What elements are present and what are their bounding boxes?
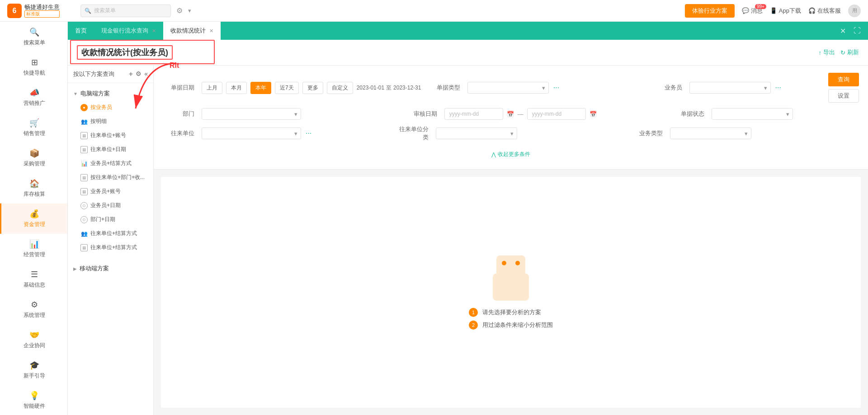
app-icon: 📱 (770, 7, 777, 14)
scheme-group-pc-title[interactable]: ▼ 电脑端方案 (68, 87, 153, 100)
trial-button[interactable]: 体验行业方案 (685, 4, 735, 18)
robot-head (496, 255, 525, 277)
scheme-item-dept-date[interactable]: ⊙ 部门+日期 (68, 212, 153, 226)
online-service-button[interactable]: 🎧 在线客服 (808, 7, 841, 15)
tab-close-bank[interactable]: ✕ (152, 28, 156, 34)
sidebar-item-finance[interactable]: 💰 资金管理 (0, 203, 67, 234)
salesman-select[interactable] (689, 82, 771, 94)
biz-type-select[interactable] (670, 127, 751, 139)
partner-more[interactable]: ··· (306, 129, 311, 137)
sidebar-item-system[interactable]: ⚙ 系统管理 (0, 294, 67, 325)
scheme-item-salesman-account[interactable]: ▦ 业务员+账号 (68, 184, 153, 198)
doc-status-select[interactable] (712, 108, 793, 120)
doc-type-more[interactable]: ··· (553, 84, 559, 92)
top-search[interactable]: 🔍 搜索菜单 (80, 5, 171, 17)
sidebar-item-inventory[interactable]: 🏠 库存核算 (0, 173, 67, 203)
sidebar-item-quicknav[interactable]: ⊞ 快捷导航 (0, 52, 67, 82)
scheme-item-salesman-date[interactable]: ⊙ 业务员+日期 (68, 198, 153, 212)
sidebar-item-hardware[interactable]: 💡 智能硬件 (0, 385, 67, 415)
sidebar-item-collaboration[interactable]: 🤝 企业协同 (0, 325, 67, 355)
scheme-collapse-icon[interactable]: « (144, 70, 148, 78)
app-download-label: App下载 (779, 7, 801, 15)
tab-home[interactable]: 首页 (68, 22, 94, 40)
query-button[interactable]: 查询 (828, 73, 859, 86)
scheme-icon-people: 👥 (80, 118, 88, 125)
audit-date-to[interactable] (527, 108, 586, 120)
tab-close-collection[interactable]: ✕ (209, 28, 213, 34)
calendar-icon-to[interactable]: 📅 (590, 111, 597, 118)
scheme-item-salesman-settle[interactable]: 📊 业务员+结算方式 (68, 156, 153, 170)
badge-tag: 标准版 (24, 10, 60, 18)
gear-icon[interactable]: ⚙ (176, 6, 183, 15)
sidebar-item-purchase[interactable]: 📦 采购管理 (0, 143, 67, 173)
doc-type-select[interactable] (467, 82, 549, 94)
date-btn-more[interactable]: 更多 (302, 82, 323, 94)
scheme-item-detail[interactable]: 👥 按明细 (68, 114, 153, 128)
tab-maximize[interactable]: ⛶ (852, 25, 863, 36)
purchase-icon: 📦 (29, 148, 39, 158)
scheme-item-partner-account[interactable]: ▦ 往来单位+账号 (68, 128, 153, 142)
date-btn-7days[interactable]: 近7天 (275, 82, 299, 94)
app-download-button[interactable]: 📱 App下载 (770, 7, 801, 15)
tab-bank-flow[interactable]: 现金银行流水查询 ✕ (94, 22, 163, 40)
user-avatar[interactable]: 用 (848, 5, 861, 17)
collaboration-icon: 🤝 (29, 330, 39, 340)
page-title: 收款情况统计(按业务员) (77, 45, 173, 60)
date-btn-last-month[interactable]: 上月 (202, 82, 222, 94)
sidebar-item-sales[interactable]: 🛒 销售管理 (0, 113, 67, 143)
biz-type-select-wrapper (670, 127, 751, 139)
sidebar-item-label: 企业协同 (24, 342, 45, 349)
filter-row-1: 单据日期 上月 本月 本年 近7天 更多 自定义 2023-01-01 (163, 73, 859, 103)
scheme-group-pc: ▼ 电脑端方案 ● 按业务员 👥 按明细 (68, 83, 153, 258)
tab-collection-stats[interactable]: 收款情况统计 ✕ (163, 22, 221, 40)
scheme-panel: 按以下方案查询 + ⚙ « ▼ 电脑端方案 (68, 66, 154, 415)
scheme-item-partner-settle2[interactable]: ▦ 往来单位+结算方式 (68, 241, 153, 255)
sidebar-item-search[interactable]: 🔍 搜索菜单 (0, 22, 67, 52)
sidebar-item-basic[interactable]: ☰ 基础信息 (0, 264, 67, 294)
doc-type-select-wrapper (467, 82, 549, 94)
step-num-1: 1 (469, 308, 478, 317)
dropdown-icon[interactable]: ▾ (188, 7, 191, 14)
top-bar: 6 畅捷通好生意 标准版 🔍 搜索菜单 ⚙ ▾ 体验行业方案 💬 消息 99+ … (0, 0, 868, 22)
salesman-more[interactable]: ··· (775, 84, 781, 92)
setting-button[interactable]: 设置 (828, 89, 859, 103)
logo-text: 畅捷通好生意 (24, 4, 60, 11)
tab-bar: 首页 现金银行流水查询 ✕ 收款情况统计 ✕ ✕ ⛶ (68, 22, 868, 40)
group-arrow-right: ▶ (73, 266, 77, 271)
sidebar-item-operations[interactable]: 📊 经营管理 (0, 234, 67, 264)
scheme-group-mobile-title[interactable]: ▶ 移动端方案 (68, 262, 153, 275)
hardware-icon: 💡 (29, 391, 39, 401)
scheme-item-partner-dept[interactable]: ▦ 按往来单位+部门+收... (68, 170, 153, 184)
sidebar-item-label: 基础信息 (24, 281, 45, 289)
partner-select[interactable] (202, 127, 301, 139)
search-nav-icon: 🔍 (29, 27, 39, 37)
messages-button[interactable]: 💬 消息 99+ (742, 7, 763, 15)
logo-icon: 6 (7, 4, 22, 18)
scheme-icon-clock1: ⊙ (80, 202, 88, 209)
scheme-add-icon[interactable]: + (129, 70, 133, 78)
date-btn-custom[interactable]: 自定义 (327, 82, 353, 94)
sidebar-item-label: 采购管理 (24, 160, 45, 168)
collapse-button[interactable]: ⋀ 收起更多条件 (163, 147, 859, 162)
tab-close-all[interactable]: ✕ (837, 25, 848, 36)
dept-select[interactable] (202, 108, 301, 120)
date-btn-this-year[interactable]: 本年 (250, 82, 271, 94)
scheme-item-partner-settle1[interactable]: 👥 往来单位+结算方式 (68, 226, 153, 241)
scheme-item-by-salesman[interactable]: ● 按业务员 (68, 100, 153, 114)
sidebar-item-label: 营销推广 (24, 99, 45, 107)
refresh-button[interactable]: ↻ 刷新 (840, 48, 859, 57)
scheme-setting-icon[interactable]: ⚙ (136, 70, 142, 78)
scheme-item-partner-date[interactable]: ▦ 往来单位+日期 (68, 142, 153, 156)
scheme-icon-grid5: ▦ (80, 244, 88, 251)
sales-icon: 🛒 (29, 118, 39, 128)
sidebar-item-label: 销售管理 (24, 130, 45, 137)
notification-badge: 99+ (755, 4, 766, 9)
partner-category-select[interactable] (436, 127, 517, 139)
export-button[interactable]: ↑ 导出 (819, 48, 835, 57)
audit-date-from[interactable] (444, 108, 503, 120)
sidebar-item-marketing[interactable]: 📣 营销推广 (0, 82, 67, 113)
date-btn-this-month[interactable]: 本月 (226, 82, 247, 94)
sidebar-item-guide[interactable]: 🎓 新手引导 (0, 355, 67, 385)
calendar-icon-from[interactable]: 📅 (507, 111, 514, 118)
scheme-icon-bar: 📊 (80, 160, 88, 167)
